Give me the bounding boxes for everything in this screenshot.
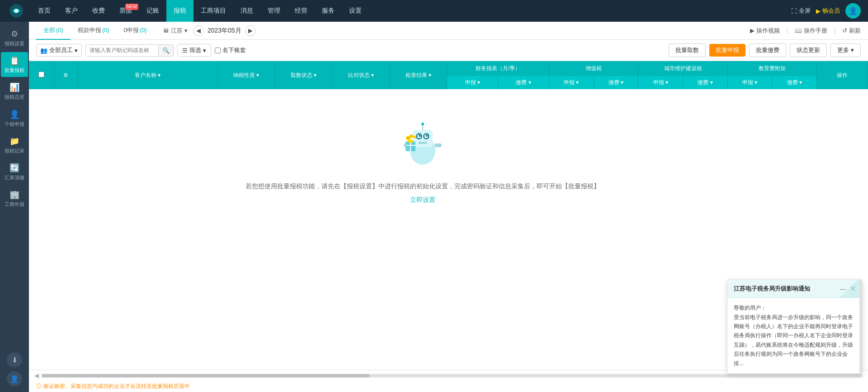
sidebar-item-personal-tax[interactable]: 👤 个税申报 [1,106,28,131]
left-arrow[interactable]: ◀ [34,372,39,379]
th-setting: ⚙ [54,61,77,89]
sidebar-item-tax-overview[interactable]: 📊 报税总览 [1,79,28,104]
nav-home[interactable]: 首页 [31,0,58,22]
fullscreen-button[interactable]: ⛶ 全屏 [791,7,811,15]
scrollbar-thumb [42,374,370,378]
sub-account-checkbox-label[interactable]: 名下账套 [215,46,246,54]
profile-icon-btn[interactable]: 👤 [7,371,22,387]
th-checkbox [29,61,54,89]
tab-zero-declare[interactable]: 0申报 (0) [117,22,154,40]
svg-point-20 [410,134,413,138]
tab-all[interactable]: 全部 (0) [36,22,71,40]
sidebar-item-settlement[interactable]: 🔄 汇算清缴 [1,159,28,184]
nav-invoice[interactable]: 票据 NEW [112,0,139,22]
sidebar-label-tax-overview: 报税总览 [5,94,24,100]
employee-select[interactable]: 👥 全部员工 ▾ [36,44,82,57]
annual-report-icon: 🏢 [9,190,19,200]
filter-dropdown-icon: ▾ [203,47,206,54]
warning-icon: ⓘ [36,382,42,390]
fullscreen-icon: ⛶ [791,8,797,14]
main-table: ⚙ 客户名称 ▾ 纳税性质 ▾ 取数状态 ▾ 比对 [29,61,868,231]
status-update-button[interactable]: 状态更新 [790,43,827,57]
refresh-btn[interactable]: ↺ 刷新 [842,27,861,35]
notif-scrollbar[interactable] [859,280,862,373]
notification-body: 尊敬的用户： 受当前电子税务局进一步升级的影响，同一个政务网账号（办税人）名下的… [727,298,862,373]
nav-manage[interactable]: 管理 [260,0,288,22]
batch-fetch-button[interactable]: 批量取数 [669,43,706,57]
svg-point-1 [14,9,18,13]
svg-point-12 [421,123,424,125]
nav-items: 首页 客户 收费 票据 NEW 记账 报税 工商项目 消息 管理 经营 服务 设… [31,0,791,22]
tab-tax-declare[interactable]: 税款申报 (0) [71,22,117,40]
new-badge: NEW [125,4,138,10]
notif-decoration [835,280,862,298]
empty-message: 若您想使用批量报税功能，请先在【报税设置】中进行报税的初始化设置，完成密码验证和… [245,180,600,192]
th-edu-tax: 教育费附加 [727,61,816,76]
filter-button[interactable]: ☰ 筛选 ▾ [177,44,211,57]
bottom-warning-bar: ⓘ 验证账密、采集信息均成功的企业才会流转至批量报税页面中 [29,381,868,392]
region-icon: 🏛 [163,27,169,34]
nav-settings[interactable]: 设置 [342,0,369,22]
dropdown-icon: ▾ [75,47,78,54]
user-avatar[interactable]: 👤 [845,3,861,19]
notification-text: 尊敬的用户： 受当前电子税务局进一步升级的影响，同一个政务网账号（办税人）名下的… [734,303,856,368]
select-all-checkbox[interactable] [38,72,44,77]
filter-icon: ▾ [755,79,757,86]
right-controls: ▶ 操作视频 📖 操作手册 ↺ 刷新 [750,27,861,35]
batch-declare-button[interactable]: 批量申报 [709,44,745,57]
sidebar-item-tax-records[interactable]: 📁 报税记录 [1,133,28,158]
nav-service[interactable]: 服务 [315,0,342,22]
svg-point-9 [426,135,428,137]
next-month-button[interactable]: ▶ [245,25,256,36]
nav-billing[interactable]: 收费 [85,0,112,22]
th-vat-pay: 缴费 ▾ [594,76,638,89]
th-edu-declare: 申报 ▾ [727,76,772,89]
nav-accounting[interactable]: 记账 [139,0,166,22]
sidebar-label-annual-report: 工商年报 [5,201,24,207]
sidebar-item-batch-tax[interactable]: 📋 批量报税 [1,52,28,77]
svg-point-8 [419,135,420,137]
more-button[interactable]: 更多 ▾ [830,43,861,57]
sub-account-checkbox[interactable] [215,48,221,53]
nav-tax[interactable]: 报税 [166,0,193,22]
prev-month-button[interactable]: ◀ [193,25,204,36]
operation-manual-btn[interactable]: 📖 操作手册 [795,27,827,35]
vip-icon: ▶ [816,8,821,14]
nav-message[interactable]: 消息 [233,0,260,22]
filter-icon: ▾ [799,79,802,86]
sidebar-item-tax-settings[interactable]: ⚙ 报税设置 [1,25,28,50]
search-input[interactable] [86,45,158,56]
batch-pay-button[interactable]: 批量缴费 [749,43,786,57]
batch-tax-icon: 📋 [9,56,19,66]
th-edu-pay: 缴费 ▾ [772,76,817,89]
app-logo[interactable] [7,2,25,20]
robot-illustration: ¥ [396,116,450,171]
divider2 [835,27,835,34]
th-compare-status: 比对状态 ▾ [332,61,390,89]
nav-customer[interactable]: 客户 [58,0,85,22]
filter-icon: ☰ [182,47,188,54]
filter-icon: ▾ [477,79,480,86]
empty-state: ¥ 若您想使用批量报税功能，请先在【报税设置】中进行报税的初始化设置，完成密码验… [29,89,817,231]
operation-video-btn[interactable]: ▶ 操作视频 [750,27,780,35]
sidebar-label-tax-records: 报税记录 [5,148,24,154]
filter-icon: ▾ [528,79,531,86]
nav-business[interactable]: 工商项目 [193,0,233,22]
top-nav-right: ⛶ 全屏 ▶ 畅会员 👤 [791,3,861,19]
sidebar-item-annual-report[interactable]: 🏢 工商年报 [1,186,28,211]
th-city-pay: 缴费 ▾ [683,76,728,89]
sidebar-bottom: ⬇ 👤 [7,352,22,392]
download-icon-btn[interactable]: ⬇ [7,352,22,368]
sidebar-label-personal-tax: 个税申报 [5,121,24,127]
employee-list-icon: 👥 [40,47,47,54]
horizontal-scrollbar[interactable] [42,374,863,378]
search-button[interactable]: 🔍 [158,45,173,56]
nav-operation[interactable]: 经营 [288,0,315,22]
region-selector[interactable]: 🏛 江苏 ▾ [163,27,188,35]
tabs-group: 全部 (0) 税款申报 (0) 0申报 (0) [36,22,154,40]
tax-settings-icon: ⚙ [11,29,18,39]
toolbar: 👥 全部员工 ▾ 🔍 ☰ 筛选 ▾ 名下账套 批量取数 批量申报 批量缴费 [29,40,868,61]
settings-icon: ⚙ [63,72,68,78]
setup-link[interactable]: 立即设置 [410,196,435,204]
vip-button[interactable]: ▶ 畅会员 [816,7,840,15]
